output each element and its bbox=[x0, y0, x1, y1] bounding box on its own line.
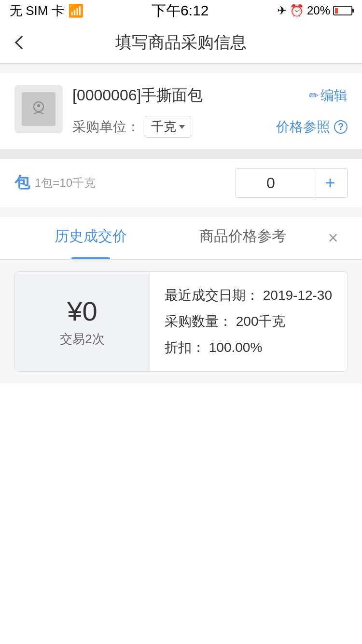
location-icon: ✈ bbox=[277, 4, 287, 17]
history-price-value: ¥0 bbox=[67, 295, 97, 327]
battery-percent: 20% bbox=[307, 4, 330, 17]
dropdown-arrow-icon bbox=[179, 125, 185, 129]
quantity-row: 包 1包=10千克 + bbox=[0, 159, 362, 207]
edit-button[interactable]: ✏ 编辑 bbox=[309, 86, 348, 105]
history-price-left: ¥0 交易2次 bbox=[15, 272, 150, 371]
quantity-label: 包 1包=10千克 bbox=[14, 172, 96, 194]
wifi-icon: 📶 bbox=[68, 3, 84, 18]
tabs-row: 历史成交价 商品价格参考 × bbox=[0, 217, 362, 259]
alarm-icon: ⏰ bbox=[290, 4, 304, 17]
unit-label: 采购单位： 千克 bbox=[72, 116, 191, 138]
back-button[interactable] bbox=[0, 21, 39, 64]
help-icon: ? bbox=[334, 120, 348, 134]
tabs-close-button[interactable]: × bbox=[319, 224, 348, 252]
package-icon: 包 bbox=[14, 172, 30, 194]
product-card: [0000006]手撕面包 ✏ 编辑 采购单位： 千克 价格参照 ? bbox=[0, 73, 362, 149]
tabs-container: 历史成交价 商品价格参考 × bbox=[0, 217, 362, 260]
tab-history-price[interactable]: 历史成交价 bbox=[14, 224, 167, 252]
product-info: [0000006]手撕面包 ✏ 编辑 采购单位： 千克 价格参照 ? bbox=[72, 85, 348, 138]
bottom-space bbox=[0, 383, 362, 644]
quantity-input[interactable] bbox=[236, 168, 313, 197]
status-left: 无 SIM 卡 📶 bbox=[10, 2, 84, 19]
quantity-input-group: + bbox=[236, 168, 348, 198]
sim-status: 无 SIM 卡 bbox=[10, 2, 64, 19]
unit-note: 1包=10千克 bbox=[35, 175, 96, 191]
history-card: ¥0 交易2次 最近成交日期： 2019-12-30 采购数量： 200千克 折… bbox=[14, 271, 348, 372]
history-section: ¥0 交易2次 最近成交日期： 2019-12-30 采购数量： 200千克 折… bbox=[0, 260, 362, 383]
status-right: ✈ ⏰ 20% bbox=[277, 4, 352, 17]
product-image bbox=[22, 92, 56, 126]
product-thumbnail bbox=[14, 85, 63, 133]
status-time: 下午6:12 bbox=[152, 1, 209, 21]
unit-dropdown[interactable]: 千克 bbox=[145, 116, 191, 138]
history-details-right: 最近成交日期： 2019-12-30 采购数量： 200千克 折扣： 100.0… bbox=[150, 272, 347, 371]
page-title: 填写商品采购信息 bbox=[115, 31, 247, 54]
status-bar: 无 SIM 卡 📶 下午6:12 ✈ ⏰ 20% bbox=[0, 0, 362, 21]
svg-point-1 bbox=[37, 104, 40, 107]
product-name: [0000006]手撕面包 bbox=[72, 85, 203, 106]
history-date-row: 最近成交日期： 2019-12-30 bbox=[165, 286, 333, 305]
battery-icon bbox=[333, 6, 352, 15]
history-discount-row: 折扣： 100.00% bbox=[165, 338, 333, 357]
section-divider bbox=[0, 149, 362, 159]
page-header: 填写商品采购信息 bbox=[0, 21, 362, 64]
back-arrow-icon bbox=[15, 35, 28, 49]
product-name-row: [0000006]手撕面包 ✏ 编辑 bbox=[72, 85, 348, 106]
price-reference-button[interactable]: 价格参照 ? bbox=[276, 118, 348, 136]
product-unit-row: 采购单位： 千克 价格参照 ? bbox=[72, 116, 348, 138]
edit-icon: ✏ bbox=[309, 89, 319, 102]
quantity-plus-button[interactable]: + bbox=[313, 168, 347, 197]
tab-product-price-reference[interactable]: 商品价格参考 bbox=[167, 224, 319, 252]
product-row: [0000006]手撕面包 ✏ 编辑 采购单位： 千克 价格参照 ? bbox=[14, 85, 348, 138]
history-trade-times: 交易2次 bbox=[60, 331, 104, 348]
history-quantity-row: 采购数量： 200千克 bbox=[165, 312, 333, 331]
